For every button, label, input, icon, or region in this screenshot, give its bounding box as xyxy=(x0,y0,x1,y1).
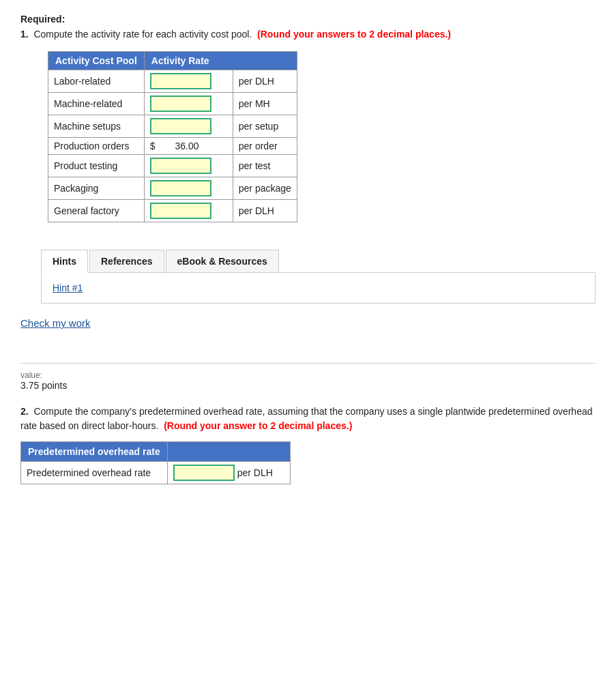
question-1-text: 1. Compute the activity rate for each ac… xyxy=(20,27,596,42)
predetermined-row: Predetermined overhead rate per DLH xyxy=(21,462,291,484)
input-cell xyxy=(150,96,227,112)
activity-rate-cell xyxy=(144,115,233,138)
question-1-instruction: (Round your answers to 2 decimal places.… xyxy=(257,29,451,40)
activity-pool-name: Machine-related xyxy=(48,93,145,115)
question-1-number: 1. xyxy=(20,29,29,40)
value-points: 3.75 points xyxy=(20,380,596,391)
activity-rate-input-6[interactable] xyxy=(150,203,211,219)
question-2-section: 2. Compute the company's predetermined o… xyxy=(20,405,596,484)
per-unit-cell: per test xyxy=(233,155,297,177)
predetermined-per: per DLH xyxy=(237,467,273,478)
predetermined-label: Predetermined overhead rate xyxy=(21,462,168,484)
activity-rate-cell xyxy=(144,155,233,177)
per-unit-cell: per DLH xyxy=(233,70,297,93)
tabs: Hints References eBook & Resources xyxy=(41,250,596,273)
activity-rate-input-0[interactable] xyxy=(150,73,211,89)
question-1-body: Compute the activity rate for each activ… xyxy=(33,29,252,40)
input-cell xyxy=(150,180,227,196)
per-unit-cell: per setup xyxy=(233,115,297,138)
predetermined-col-header: Predetermined overhead rate xyxy=(21,442,168,462)
activity-rate-input-4[interactable] xyxy=(150,158,211,174)
input-cell xyxy=(150,203,227,219)
input-cell xyxy=(150,158,227,174)
predetermined-input[interactable] xyxy=(173,465,235,481)
activity-rate-cell: $36.00 xyxy=(144,138,233,155)
input-cell xyxy=(150,118,227,134)
value-section: value: 3.75 points xyxy=(20,363,596,391)
tab-content: Hint #1 xyxy=(41,273,596,304)
per-unit-cell: per MH xyxy=(233,93,297,115)
table-row: Machine-relatedper MH xyxy=(48,93,297,115)
predetermined-input-cell: per DLH xyxy=(167,462,290,484)
col1-header: Activity Cost Pool xyxy=(48,52,145,70)
value-label: value: xyxy=(20,370,596,380)
required-label: Required: xyxy=(20,14,596,25)
table-row: General factoryper DLH xyxy=(48,200,297,222)
activity-pool-name: Packaging xyxy=(48,177,145,200)
tab-ebook[interactable]: eBook & Resources xyxy=(166,250,279,272)
activity-pool-name: Machine setups xyxy=(48,115,145,138)
activity-pool-name: Product testing xyxy=(48,155,145,177)
activity-rate-cell xyxy=(144,200,233,222)
tab-hints[interactable]: Hints xyxy=(41,250,88,273)
table-row: Production orders$36.00per order xyxy=(48,138,297,155)
prefilled-value: 36.00 xyxy=(158,141,199,151)
predetermined-table: Predetermined overhead rate Predetermine… xyxy=(20,441,291,484)
activity-pool-name: General factory xyxy=(48,200,145,222)
tabs-container: Hints References eBook & Resources Hint … xyxy=(41,250,596,304)
activity-rate-input-5[interactable] xyxy=(150,180,211,196)
activity-rate-cell xyxy=(144,93,233,115)
col2-header: Activity Rate xyxy=(144,52,297,70)
activity-table: Activity Cost Pool Activity Rate Labor-r… xyxy=(48,51,297,222)
per-unit-cell: per package xyxy=(233,177,297,200)
table-row: Machine setupsper setup xyxy=(48,115,297,138)
table-row: Packagingper package xyxy=(48,177,297,200)
table-row: Labor-relatedper DLH xyxy=(48,70,297,93)
table-row: Product testingper test xyxy=(48,155,297,177)
input-cell xyxy=(150,73,227,89)
question-2-instruction: (Round your answer to 2 decimal places.) xyxy=(164,420,352,431)
activity-rate-input-2[interactable] xyxy=(150,118,211,134)
check-my-work-link[interactable]: Check my work xyxy=(20,317,91,329)
dollar-sign: $ xyxy=(150,141,156,151)
per-unit-cell: per DLH xyxy=(233,200,297,222)
activity-pool-name: Labor-related xyxy=(48,70,145,93)
activity-rate-input-1[interactable] xyxy=(150,96,211,112)
question-1-section: Required: 1. Compute the activity rate f… xyxy=(20,14,596,222)
hint-1-link[interactable]: Hint #1 xyxy=(53,282,83,293)
activity-pool-name: Production orders xyxy=(48,138,145,155)
question-2-number: 2. xyxy=(20,406,29,417)
activity-rate-cell xyxy=(144,177,233,200)
question-2-text: 2. Compute the company's predetermined o… xyxy=(20,405,596,433)
per-unit-cell: per order xyxy=(233,138,297,155)
tab-references[interactable]: References xyxy=(89,250,164,272)
predetermined-value-header xyxy=(167,442,290,462)
activity-rate-cell xyxy=(144,70,233,93)
